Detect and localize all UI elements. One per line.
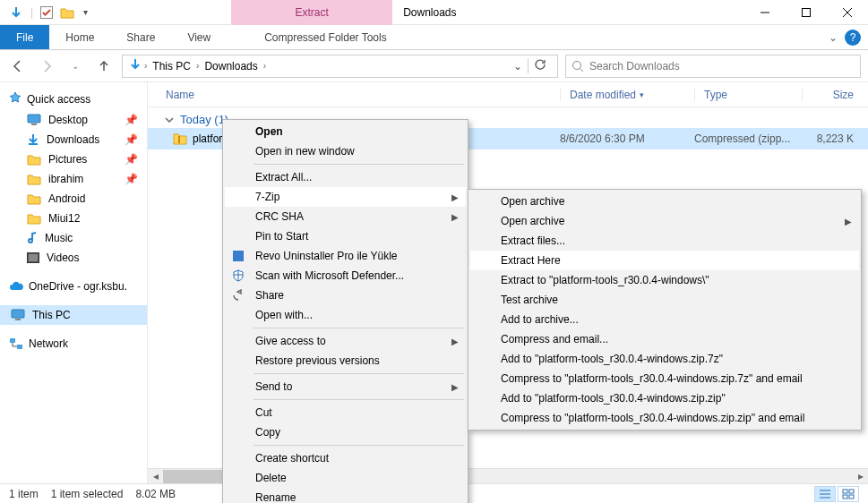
submenu-extract-files[interactable]: Extract files... (470, 231, 859, 251)
sidebar-item-music[interactable]: Music (0, 228, 147, 248)
folder-icon (27, 192, 41, 205)
down-arrow-icon[interactable] (9, 5, 23, 20)
menu-rename[interactable]: Rename (225, 488, 466, 503)
svg-rect-9 (29, 254, 38, 261)
menu-give-access[interactable]: Give access to ▶ (225, 331, 466, 351)
menu-create-shortcut[interactable]: Create shortcut (225, 448, 466, 468)
submenu-extract-here[interactable]: Extract Here (470, 251, 859, 270)
submenu-compress-email[interactable]: Compress and email... (470, 329, 859, 349)
folder-icon (27, 173, 41, 185)
view-tab[interactable]: View (171, 25, 227, 49)
sidebar-item-android[interactable]: Android (0, 189, 147, 209)
column-name[interactable]: Name (148, 89, 560, 101)
menu-crc-sha[interactable]: CRC SHA ▶ (225, 207, 466, 226)
sidebar-item-pictures[interactable]: Pictures 📌 (0, 149, 147, 169)
qat-dropdown-icon[interactable]: ▾ (83, 7, 88, 17)
navigation-pane: Quick access Desktop 📌 Downloads 📌 Pictu… (0, 82, 148, 483)
pin-icon: 📌 (125, 133, 138, 146)
file-tab[interactable]: File (0, 25, 49, 49)
submenu-compress-zip-email[interactable]: Compress to "platform-tools_r30.0.4-wind… (470, 408, 859, 428)
svg-line-4 (580, 68, 584, 72)
search-input[interactable]: Search Downloads (565, 55, 861, 78)
menu-open[interactable]: Open (225, 122, 466, 141)
ribbon-expand-icon[interactable]: ⌄ (829, 31, 838, 44)
down-arrow-blue-icon[interactable] (128, 57, 142, 74)
file-size: 8,223 K (802, 132, 868, 145)
column-type[interactable]: Type (694, 89, 802, 101)
recent-dropdown[interactable]: ⌄ (64, 55, 86, 77)
sidebar-item-videos[interactable]: Videos (0, 248, 147, 268)
column-headers: Name Date modified ▾ Type Size (148, 82, 868, 107)
column-date[interactable]: Date modified ▾ (560, 89, 694, 101)
folder-icon[interactable] (60, 6, 74, 19)
sidebar-item-desktop[interactable]: Desktop 📌 (0, 110, 147, 130)
submenu-arrow-icon: ▶ (845, 217, 852, 226)
large-icons-view-button[interactable] (838, 486, 859, 502)
menu-restore-versions[interactable]: Restore previous versions (225, 351, 466, 371)
column-size[interactable]: Size (802, 89, 868, 101)
submenu-compress-7z-email[interactable]: Compress to "platform-tools_r30.0.4-wind… (470, 369, 859, 388)
chevron-right-icon[interactable]: › (196, 61, 199, 71)
menu-open-new-window[interactable]: Open in new window (225, 141, 466, 161)
forward-button[interactable] (36, 55, 57, 77)
menu-revo[interactable]: Revo Uninstaller Pro ile Yükle (225, 246, 466, 266)
sidebar-item-miui12[interactable]: Miui12 (0, 209, 147, 228)
qat-separator: | (30, 6, 33, 19)
chevron-right-icon[interactable]: › (144, 61, 147, 71)
menu-label: Share (255, 289, 284, 302)
scroll-right-button[interactable]: ▸ (853, 469, 868, 484)
minimize-button[interactable] (744, 0, 786, 25)
sidebar-onedrive[interactable]: OneDrive - ogr.ksbu. (0, 277, 147, 296)
submenu-add-to-zip[interactable]: Add to "platform-tools_r30.0.4-windows.z… (470, 388, 859, 408)
svg-rect-17 (843, 495, 847, 499)
compressed-tools-tab[interactable]: Compressed Folder Tools (243, 25, 408, 49)
svg-rect-2 (803, 8, 811, 16)
sidebar-item-ibrahim[interactable]: ibrahim 📌 (0, 169, 147, 189)
sidebar-this-pc[interactable]: This PC (0, 305, 147, 325)
window-controls (744, 0, 868, 24)
menu-share[interactable]: Share (225, 286, 466, 305)
sidebar-item-downloads[interactable]: Downloads 📌 (0, 130, 147, 149)
checkbox-checked-icon[interactable] (40, 6, 53, 19)
sidebar-network[interactable]: Network (0, 334, 147, 354)
menu-7zip[interactable]: 7-Zip ▶ (225, 187, 466, 207)
svg-rect-15 (843, 490, 847, 493)
svg-rect-12 (10, 338, 15, 343)
close-button[interactable] (827, 0, 868, 25)
breadcrumb[interactable]: › This PC › Downloads › ⌄ (122, 55, 558, 78)
menu-copy[interactable]: Copy (225, 422, 466, 442)
chevron-right-icon[interactable]: › (263, 61, 266, 71)
share-tab[interactable]: Share (110, 25, 171, 49)
details-view-button[interactable] (814, 486, 836, 502)
menu-defender[interactable]: Scan with Microsoft Defender... (225, 266, 466, 286)
home-tab[interactable]: Home (49, 25, 110, 49)
menu-send-to[interactable]: Send to ▶ (225, 377, 466, 396)
breadcrumb-downloads[interactable]: Downloads (201, 60, 261, 72)
menu-pin-start[interactable]: Pin to Start (225, 226, 466, 246)
file-type: Compressed (zipp... (694, 132, 802, 145)
scroll-left-button[interactable]: ◂ (148, 469, 163, 484)
sidebar-item-label: Android (48, 192, 85, 205)
refresh-button[interactable] (528, 58, 552, 73)
sidebar-item-label: ibrahim (48, 173, 83, 185)
up-button[interactable] (93, 55, 115, 77)
menu-cut[interactable]: Cut (225, 403, 466, 422)
breadcrumb-this-pc[interactable]: This PC (149, 60, 194, 72)
address-dropdown-icon[interactable]: ⌄ (513, 60, 522, 72)
video-icon (27, 252, 39, 263)
submenu-test-archive[interactable]: Test archive (470, 290, 859, 310)
submenu-extract-to[interactable]: Extract to "platform-tools_r30.0.4-windo… (470, 270, 859, 290)
submenu-add-to-7z[interactable]: Add to "platform-tools_r30.0.4-windows.z… (470, 349, 859, 369)
quick-access-header[interactable]: Quick access (0, 88, 147, 110)
help-button[interactable]: ? (845, 30, 861, 46)
maximize-button[interactable] (786, 0, 827, 25)
submenu-open-archive-2[interactable]: Open archive ▶ (470, 211, 859, 231)
back-button[interactable] (7, 55, 29, 77)
svg-rect-19 (233, 251, 244, 261)
menu-open-with[interactable]: Open with... (225, 305, 466, 325)
submenu-open-archive[interactable]: Open archive (470, 192, 859, 211)
computer-icon (11, 309, 25, 321)
menu-extract-all[interactable]: Extract All... (225, 167, 466, 187)
submenu-add-to-archive[interactable]: Add to archive... (470, 310, 859, 329)
menu-delete[interactable]: Delete (225, 468, 466, 488)
